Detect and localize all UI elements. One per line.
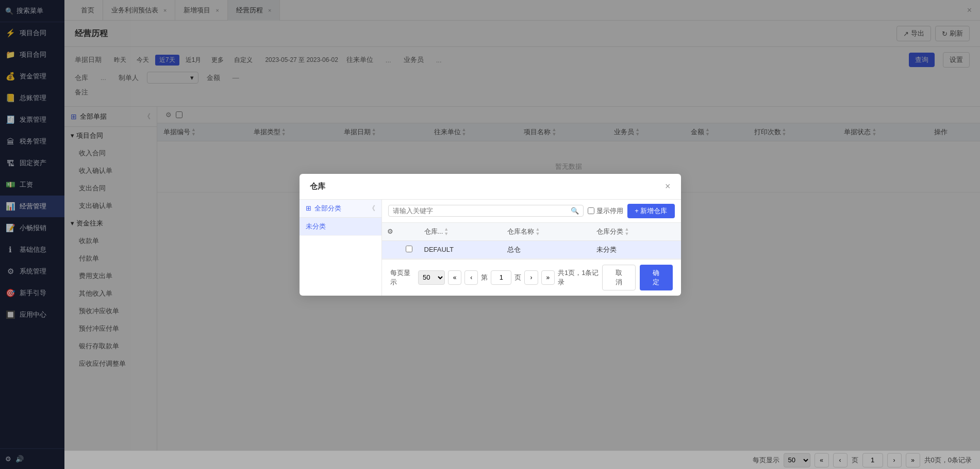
modal-toolbar: 🔍 显示停用 + 新增仓库	[382, 200, 681, 223]
table-row[interactable]: DEFAULT 总仓 未分类	[382, 240, 681, 258]
modal-page-label: 第	[481, 273, 488, 282]
cancel-label: 取消	[616, 269, 622, 286]
modal-right-panel: 🔍 显示停用 + 新增仓库 ⚙	[382, 200, 681, 296]
modal-left-panel: ⊞ 全部分类 《 未分类	[300, 200, 382, 296]
modal-page-input[interactable]	[491, 270, 511, 285]
row-code: DEFAULT	[419, 240, 503, 258]
modal-warehouse: 仓库 × ⊞ 全部分类 《 未分类	[300, 174, 681, 296]
modal-grid-icon: ⊞	[306, 204, 311, 212]
modal-left-header: ⊞ 全部分类 《	[300, 200, 381, 218]
modal-total-text: 共1页，1条记录	[558, 268, 602, 287]
modal-close-button[interactable]: ×	[665, 181, 671, 192]
modal-next-btn[interactable]: ›	[524, 270, 538, 285]
modal-header: 仓库 ×	[300, 174, 681, 200]
modal-search-wrap: 🔍	[388, 205, 584, 217]
row-settings	[382, 240, 401, 258]
modal-last-btn[interactable]: »	[541, 270, 555, 285]
modal-tree-label: 未分类	[306, 222, 326, 230]
row-name: 总仓	[502, 240, 591, 258]
modal-page-size-select[interactable]: 50 100	[418, 270, 445, 285]
modal-collapse-icon[interactable]: 《	[369, 204, 375, 213]
row-category: 未分类	[591, 240, 680, 258]
show-disabled-text: 显示停用	[596, 206, 623, 216]
show-disabled-checkbox[interactable]	[588, 207, 594, 214]
modal-search-icon: 🔍	[571, 207, 579, 215]
modal-col-code: 仓库... ▲▼	[419, 223, 503, 241]
cancel-button[interactable]: 取消	[602, 265, 636, 290]
confirm-label: 确定	[653, 269, 659, 286]
modal-all-label: 全部分类	[314, 204, 341, 213]
row-checkbox[interactable]	[406, 246, 412, 252]
row-check	[401, 240, 419, 258]
modal-tree-unclassified[interactable]: 未分类	[300, 218, 381, 236]
confirm-button[interactable]: 确定	[640, 265, 672, 290]
modal-overlay: 仓库 × ⊞ 全部分类 《 未分类	[0, 0, 980, 469]
modal-body: ⊞ 全部分类 《 未分类 🔍 显示停用	[300, 200, 681, 296]
modal-col-check	[401, 223, 419, 241]
modal-col-name: 仓库名称 ▲▼	[502, 223, 591, 241]
modal-search-input[interactable]	[393, 207, 569, 215]
modal-page-size-label: 每页显示	[390, 268, 415, 287]
modal-table: ⚙ 仓库... ▲▼ 仓库名称 ▲▼ 仓库分类 ▲▼	[382, 223, 681, 259]
modal-title: 仓库	[310, 182, 325, 191]
modal-pagination: 每页显示 50 100 « ‹ 第 页 › » 共1页，1条记录	[390, 268, 603, 287]
add-warehouse-button[interactable]: + 新增仓库	[627, 204, 674, 218]
modal-table-scroll: ⚙ 仓库... ▲▼ 仓库名称 ▲▼ 仓库分类 ▲▼	[382, 223, 681, 259]
modal-page-unit: 页	[514, 273, 521, 282]
modal-prev-btn[interactable]: ‹	[464, 270, 478, 285]
add-warehouse-label: + 新增仓库	[635, 206, 667, 216]
modal-col-settings: ⚙	[382, 223, 401, 241]
modal-actions: 取消 确定	[602, 265, 672, 290]
modal-footer: 每页显示 50 100 « ‹ 第 页 › » 共1页，1条记录	[382, 259, 681, 296]
show-disabled-label[interactable]: 显示停用	[588, 206, 623, 216]
modal-first-btn[interactable]: «	[448, 270, 461, 285]
modal-col-category: 仓库分类 ▲▼	[591, 223, 680, 241]
